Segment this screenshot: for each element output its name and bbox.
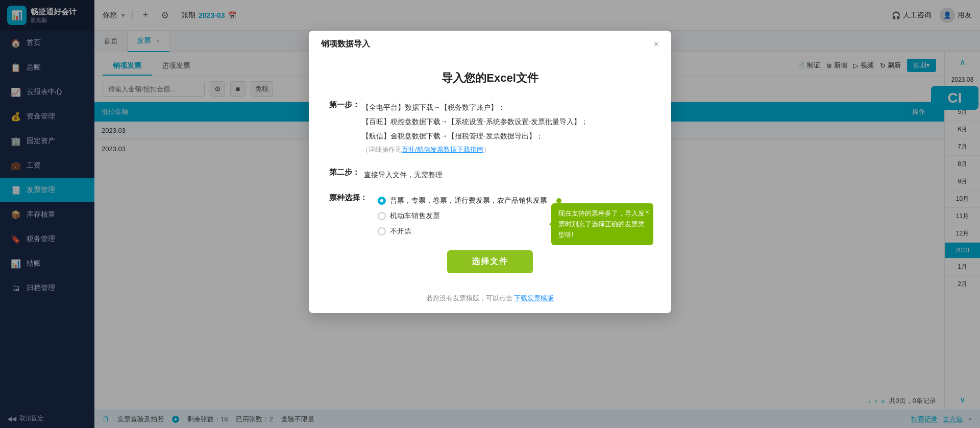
dialog-body: 导入您的Excel文件 第一步： 【全电平台】数据下载→【税务数字账户】； 【百… (309, 56, 671, 286)
dialog-close-btn[interactable]: × (653, 39, 659, 50)
step1-line-2: 【百旺】税控盘数据下载→【系统设置-系统参数设置-发票批量导入】； (362, 114, 588, 129)
select-file-button[interactable]: 选择文件 (447, 250, 533, 273)
radio-label-motor: 机动车销售发票 (390, 211, 440, 221)
step-2: 第二步： 直接导入文件，无需整理 (329, 168, 651, 182)
step2-label: 第二步： (329, 168, 360, 179)
guide-link[interactable]: 百旺/航信发票数据下载指南 (402, 146, 483, 153)
radio-group: 普票，专票，卷票，通行费发票，农产品销售发票 × 现在支持的票种多了，导入发票时… (370, 196, 561, 236)
radio-circle-none (378, 227, 386, 235)
step1-content: 【全电平台】数据下载→【税务数字账户】； 【百旺】税控盘数据下载→【系统设置-系… (360, 100, 588, 156)
tooltip-bubble: × 现在支持的票种多了，导入发票时别忘了选择正确的发票类型呀! (551, 203, 653, 245)
step-1: 第一步： 【全电平台】数据下载→【税务数字账户】； 【百旺】税控盘数据下载→【系… (329, 100, 651, 156)
modal-overlay: 销项数据导入 × 导入您的Excel文件 第一步： 【全电平台】数据下载→【税务… (0, 0, 980, 428)
dialog-footer: 若您没有发票模版，可以点击 下载发票模版 (309, 286, 671, 313)
tooltip-text: 现在支持的票种多了，导入发票时别忘了选择正确的发票类型呀! (558, 209, 645, 239)
ticket-label: 票种选择： (329, 193, 368, 203)
step1-hint: （详细操作见百旺/航信发票数据下载指南） (362, 143, 588, 156)
tooltip-dot (556, 198, 561, 203)
download-template-link[interactable]: 下载发票模版 (514, 294, 554, 302)
ticket-selection: 票种选择： 普票，专票，卷票，通行费发票，农产品销售发票 × 现在支持的票种多了… (329, 193, 651, 236)
dialog-header: 销项数据导入 × (309, 31, 671, 56)
radio-none[interactable]: 不开票 (378, 227, 561, 236)
step1-line-1: 【全电平台】数据下载→【税务数字账户】； (362, 100, 588, 114)
dialog-main-title: 导入您的Excel文件 (329, 70, 651, 86)
radio-circle-general (378, 197, 386, 205)
step1-line-3: 【航信】金税盘数据下载→【报税管理-发票数据导出】； (362, 129, 588, 143)
step1-label: 第一步： (329, 100, 360, 153)
radio-circle-motor (378, 212, 386, 220)
import-dialog: 销项数据导入 × 导入您的Excel文件 第一步： 【全电平台】数据下载→【税务… (309, 31, 671, 313)
radio-label-none: 不开票 (390, 227, 411, 236)
footer-text: 若您没有发票模版，可以点击 (426, 294, 512, 302)
dialog-title: 销项数据导入 (321, 39, 370, 50)
radio-motor[interactable]: 机动车销售发票 (378, 211, 561, 221)
tooltip-close-btn[interactable]: × (645, 206, 649, 218)
radio-general[interactable]: 普票，专票，卷票，通行费发票，农产品销售发票 × 现在支持的票种多了，导入发票时… (378, 196, 561, 205)
step2-content: 直接导入文件，无需整理 (362, 168, 443, 182)
radio-label-general: 普票，专票，卷票，通行费发票，农产品销售发票 (390, 196, 547, 205)
